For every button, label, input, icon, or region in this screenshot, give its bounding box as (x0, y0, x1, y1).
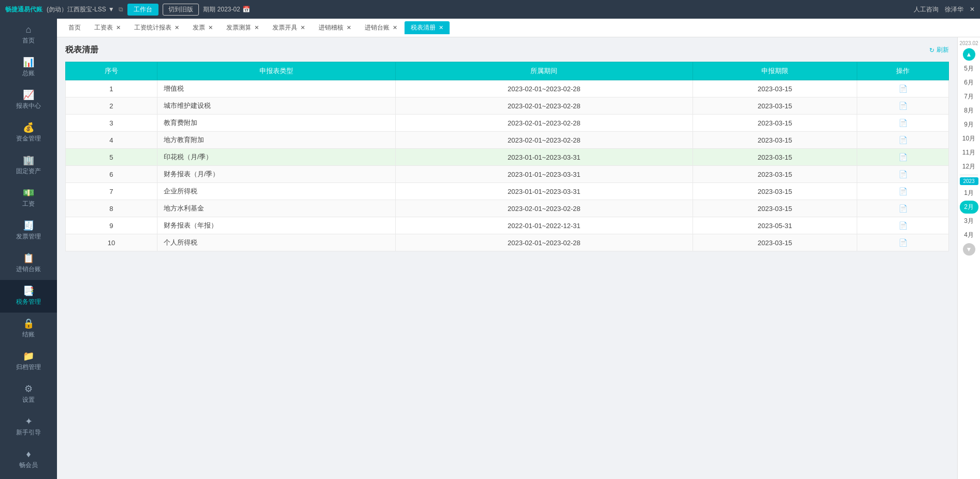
top-bar-right: 人工咨询 徐泽华 ✕ (914, 5, 975, 14)
tab-purchase-check[interactable]: 进销稽核 ✕ (312, 21, 357, 34)
rs-year-label: 2023.02 (957, 39, 980, 47)
sidebar-item-archive[interactable]: 📁 归档管理 (0, 345, 57, 378)
rs-month-1[interactable]: 1月 (960, 187, 978, 200)
tab-invoice-calc-close[interactable]: ✕ (254, 24, 259, 31)
tab-invoice[interactable]: 发票 ✕ (186, 21, 219, 34)
sidebar-item-invoice[interactable]: 🧾 发票管理 (0, 215, 57, 247)
rs-prev-button[interactable]: ▲ (963, 48, 975, 61)
member-icon: ♦ (26, 449, 31, 459)
cell-deadline: 2023-03-15 (693, 149, 857, 166)
tab-tax-register-label: 税表清册 (411, 23, 436, 32)
rs-month-4[interactable]: 4月 (960, 229, 978, 242)
tab-tax-register[interactable]: 税表清册 ✕ (405, 21, 450, 34)
action-view-icon[interactable]: 📄 (899, 204, 907, 213)
user-service[interactable]: 人工咨询 (914, 5, 939, 14)
rs-month-7[interactable]: 7月 (960, 90, 978, 103)
cell-deadline: 2023-03-15 (693, 166, 857, 183)
sidebar-item-purchase[interactable]: 📋 进销台账 (0, 247, 57, 280)
sidebar-item-asset[interactable]: 🏢 固定资产 (0, 149, 57, 182)
action-view-icon[interactable]: 📄 (899, 238, 907, 247)
sidebar-item-purchase-label: 进销台账 (16, 265, 41, 274)
period-label: 期期 (203, 5, 215, 14)
tab-invoice-open-close[interactable]: ✕ (300, 24, 305, 31)
sidebar-item-tax[interactable]: 📑 税务管理 (0, 280, 57, 313)
sidebar-item-home[interactable]: ⌂ 首页 (0, 19, 57, 51)
action-view-icon[interactable]: 📄 (899, 187, 907, 195)
action-view-icon[interactable]: 📄 (899, 136, 907, 144)
switch-old-button[interactable]: 切到旧版 (163, 4, 199, 16)
tab-salary-close[interactable]: ✕ (116, 24, 121, 31)
sidebar-item-archive-label: 归档管理 (16, 363, 41, 372)
cell-period: 2022-01-01~2022-12-31 (395, 217, 693, 234)
close-window-icon[interactable]: ✕ (970, 6, 975, 13)
tab-purchase-ledger[interactable]: 进销台账 ✕ (358, 21, 403, 34)
tab-salary-report[interactable]: 工资统计报表 ✕ (128, 21, 185, 34)
refresh-button[interactable]: ↻ 刷新 (929, 46, 949, 54)
cell-type: 印花税（月/季） (157, 149, 395, 166)
tab-invoice-open[interactable]: 发票开具 ✕ (266, 21, 311, 34)
rs-month-5[interactable]: 5月 (960, 62, 978, 75)
rs-month-3[interactable]: 3月 (960, 215, 978, 228)
tab-tax-register-close[interactable]: ✕ (439, 24, 443, 31)
rs-next-button[interactable]: ▼ (963, 243, 975, 256)
sidebar-item-guide[interactable]: ✦ 新手引导 (0, 411, 57, 443)
sidebar-item-closing[interactable]: 🔒 结账 (0, 313, 57, 345)
rs-month-2[interactable]: 2月 (960, 201, 978, 214)
tab-salary-report-close[interactable]: ✕ (175, 24, 179, 31)
action-view-icon[interactable]: 📄 (899, 170, 907, 178)
company-selector[interactable]: (勿动）江西股宝-LSS ▼ (47, 5, 114, 14)
fund-icon: 💰 (23, 123, 34, 132)
sidebar-item-ledger[interactable]: 📊 总账 (0, 51, 57, 84)
sidebar-item-asset-label: 固定资产 (16, 167, 41, 176)
asset-icon: 🏢 (23, 156, 34, 165)
cell-no: 5 (66, 149, 157, 166)
cell-period: 2023-02-01~2023-02-28 (395, 115, 693, 132)
cell-no: 7 (66, 183, 157, 200)
user-name[interactable]: 徐泽华 (945, 5, 963, 14)
sidebar-item-fund[interactable]: 💰 资金管理 (0, 117, 57, 149)
cell-type: 地方教育附加 (157, 132, 395, 149)
unpin-button[interactable]: ◁ 取消固定 (0, 476, 57, 479)
sidebar-item-member[interactable]: ♦ 畅会员 (0, 443, 57, 476)
sidebar-item-closing-label: 结账 (22, 330, 35, 339)
rs-month-9[interactable]: 9月 (960, 118, 978, 131)
tab-home[interactable]: 首页 (62, 21, 87, 34)
rs-month-11[interactable]: 11月 (960, 146, 978, 159)
action-view-icon[interactable]: 📄 (899, 221, 907, 230)
sidebar-item-report[interactable]: 📈 报表中心 (0, 84, 57, 117)
refresh-icon: ↻ (929, 47, 934, 54)
tab-purchase-check-close[interactable]: ✕ (347, 24, 351, 31)
tab-invoice-calc[interactable]: 发票测算 ✕ (220, 21, 265, 34)
action-view-icon[interactable]: 📄 (899, 102, 907, 110)
tab-purchase-ledger-label: 进销台账 (365, 23, 390, 32)
table-header: 序号 申报表类型 所属期间 申报期限 操作 (66, 62, 949, 80)
action-view-icon[interactable]: 📄 (899, 84, 907, 93)
rs-month-12[interactable]: 12月 (960, 160, 978, 173)
page-with-sidebar: 税表清册 ↻ 刷新 序号 申报表类型 所属期间 申报期限 (57, 37, 980, 479)
sidebar-item-wage[interactable]: 💵 工资 (0, 182, 57, 215)
purchase-icon: 📋 (23, 253, 34, 263)
sidebar-item-settings[interactable]: ⚙ 设置 (0, 378, 57, 411)
cell-deadline: 2023-03-15 (693, 234, 857, 251)
page-title: 税表清册 (65, 45, 98, 55)
tab-invoice-close[interactable]: ✕ (208, 24, 213, 31)
rs-month-8[interactable]: 8月 (960, 104, 978, 117)
tab-purchase-ledger-close[interactable]: ✕ (393, 24, 397, 31)
action-view-icon[interactable]: 📄 (899, 153, 907, 161)
action-view-icon[interactable]: 📄 (899, 119, 907, 127)
cell-action: 📄 (857, 166, 949, 183)
sidebar-item-home-label: 首页 (22, 36, 35, 45)
cell-period: 2023-02-01~2023-02-28 (395, 80, 693, 97)
table-container: 序号 申报表类型 所属期间 申报期限 操作 1增值税2023-02-01~202… (65, 62, 949, 472)
workspace-button[interactable]: 工作台 (127, 4, 158, 16)
rs-month-6[interactable]: 6月 (960, 76, 978, 89)
cell-action: 📄 (857, 234, 949, 251)
rs-month-10[interactable]: 10月 (960, 132, 978, 145)
cell-deadline: 2023-03-15 (693, 80, 857, 97)
cell-action: 📄 (857, 217, 949, 234)
right-sidebar: 2023.02 ▲ 5月 6月 7月 8月 9月 10月 11月 12月 202… (957, 37, 980, 479)
tab-salary[interactable]: 工资表 ✕ (88, 21, 127, 34)
cell-action: 📄 (857, 115, 949, 132)
settings-icon: ⚙ (24, 384, 33, 393)
company-dropdown-icon: ▼ (108, 6, 114, 13)
